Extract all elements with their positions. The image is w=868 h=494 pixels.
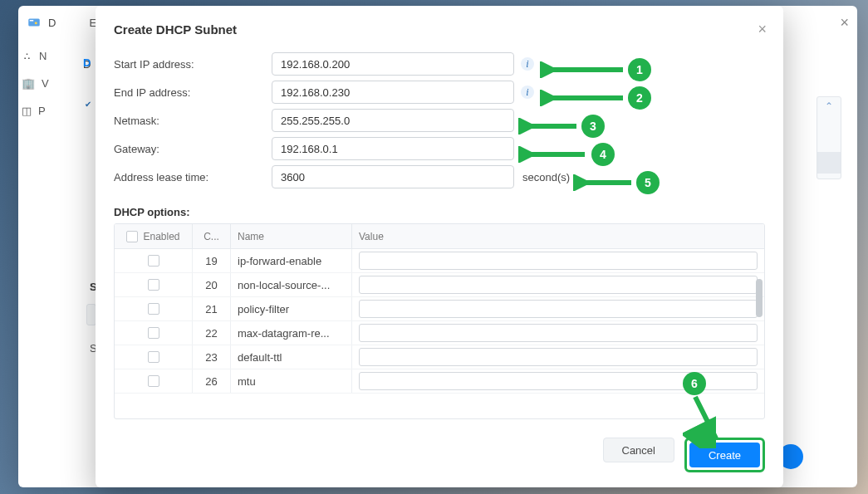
plugin-icon: ◫ — [22, 105, 32, 117]
dhcp-options-heading: DHCP options: — [114, 206, 765, 218]
table-row: 23default-ttl — [115, 345, 764, 369]
lease-unit-label: second(s) — [522, 171, 570, 183]
row-name-cell: mtu — [231, 369, 352, 393]
row-value-cell — [352, 249, 764, 272]
dhcp-options-table: Enabled C... Name Value 19ip-forward-ena… — [114, 223, 765, 419]
app-icon — [27, 15, 42, 30]
row-code-cell: 19 — [193, 249, 231, 272]
row-checkbox[interactable] — [148, 255, 159, 267]
row-value-cell — [352, 369, 764, 393]
checkmark-icon: ✔ — [85, 100, 91, 109]
bg-right-collapse-panel[interactable]: ⌃ — [817, 96, 841, 179]
row-checkbox[interactable] — [148, 375, 159, 387]
svg-rect-1 — [30, 20, 34, 22]
row-value-cell — [352, 273, 764, 296]
svg-rect-0 — [28, 19, 40, 27]
start-ip-label: Start IP address: — [114, 58, 272, 71]
row-checkbox[interactable] — [148, 279, 159, 291]
row-checkbox[interactable] — [148, 351, 159, 363]
netmask-input[interactable] — [272, 109, 514, 132]
row-enabled-cell — [115, 297, 193, 320]
modal-footer: Cancel Create — [96, 428, 783, 487]
table-row: 21policy-filter — [115, 297, 764, 321]
row-name-cell: default-ttl — [231, 345, 352, 369]
table-row: 20non-local-source-... — [115, 273, 764, 297]
bg-title: D — [48, 17, 56, 29]
start-ip-input[interactable] — [272, 52, 514, 76]
gateway-label: Gateway: — [114, 143, 272, 155]
row-value-cell — [352, 321, 764, 345]
lease-label: Address lease time: — [114, 171, 272, 183]
row-code-cell: 22 — [193, 321, 231, 345]
table-scroll[interactable]: 19ip-forward-enable20non-local-source-..… — [115, 249, 764, 418]
modal-header: Create DHCP Subnet × — [96, 6, 783, 50]
row-code-cell: 23 — [193, 345, 231, 369]
col-value-label: Value — [352, 224, 764, 248]
cancel-button[interactable]: Cancel — [603, 438, 674, 462]
create-button[interactable]: Create — [689, 443, 760, 467]
end-ip-input[interactable] — [272, 81, 514, 104]
option-value-input[interactable] — [359, 348, 758, 366]
row-code-cell: 26 — [193, 369, 231, 393]
row-code-cell: 20 — [193, 273, 231, 296]
netmask-label: Netmask: — [114, 115, 272, 127]
row-enabled-cell — [115, 273, 193, 296]
row-enabled-cell — [115, 321, 193, 345]
col-code-label: C... — [193, 224, 231, 248]
row-enabled-cell — [115, 249, 193, 272]
bg-active-d: D — [83, 56, 91, 69]
row-enabled-cell — [115, 369, 193, 393]
row-name-cell: max-datagram-re... — [231, 321, 352, 345]
option-value-input[interactable] — [359, 252, 758, 270]
structure-icon: ⛬ — [22, 50, 32, 62]
row-checkbox[interactable] — [148, 303, 159, 315]
modal-title: Create DHCP Subnet — [114, 22, 237, 37]
svg-point-2 — [35, 22, 37, 24]
info-icon[interactable]: i — [521, 57, 534, 71]
header-checkbox[interactable] — [126, 231, 138, 242]
row-enabled-cell — [115, 345, 193, 369]
option-value-input[interactable] — [359, 324, 758, 342]
create-dhcp-subnet-modal: Create DHCP Subnet × Start IP address: i… — [96, 6, 783, 487]
row-name-cell: policy-filter — [231, 297, 352, 320]
chevron-up-icon: ⌃ — [817, 97, 841, 112]
close-icon[interactable]: × — [758, 21, 767, 38]
row-value-cell — [352, 345, 764, 369]
bg-sidebar-item-plugin[interactable]: ◫P — [22, 105, 95, 117]
col-name-label: Name — [231, 224, 352, 248]
option-value-input[interactable] — [359, 276, 758, 294]
row-checkbox[interactable] — [148, 327, 159, 339]
scrollbar-thumb[interactable] — [756, 279, 763, 317]
info-icon[interactable]: i — [521, 86, 534, 99]
bg-close-icon[interactable]: × — [840, 14, 849, 32]
row-code-cell: 21 — [193, 297, 231, 320]
row-name-cell: non-local-source-... — [231, 273, 352, 296]
row-name-cell: ip-forward-enable — [231, 249, 352, 272]
bg-sidebar-item-volume[interactable]: 🏢V — [22, 77, 95, 90]
option-value-input[interactable] — [359, 372, 758, 390]
lease-time-input[interactable] — [272, 165, 514, 188]
table-row: 26mtu — [115, 369, 764, 394]
table-row: 22max-datagram-re... — [115, 321, 764, 345]
end-ip-label: End IP address: — [114, 86, 272, 99]
gateway-input[interactable] — [272, 137, 514, 160]
table-row: 19ip-forward-enable — [115, 249, 764, 273]
col-enabled-label: Enabled — [143, 231, 179, 242]
row-value-cell — [352, 297, 764, 320]
option-value-input[interactable] — [359, 300, 758, 318]
building-icon: 🏢 — [22, 77, 35, 90]
create-button-highlight: Create — [684, 438, 765, 472]
table-header: Enabled C... Name Value — [115, 224, 764, 249]
